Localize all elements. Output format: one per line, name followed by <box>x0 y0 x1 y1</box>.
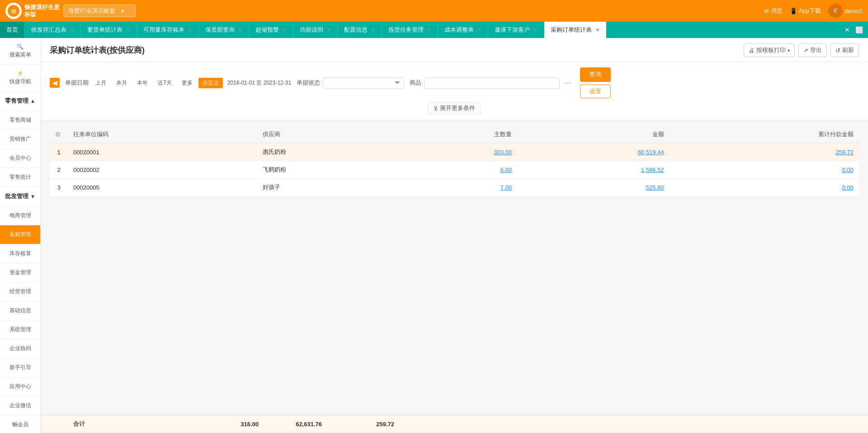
filter-status: 单据状态 <box>297 77 404 89</box>
tab-close-available-stock[interactable]: ✕ <box>188 27 192 33</box>
cell-amount[interactable]: 525.80 <box>517 179 670 196</box>
nav-tabs: 首页 收发存汇总表 ✕ 要货单统计表 ✕ 可用量库存账本 ✕ 保质期查询 ✕ 超… <box>0 22 868 38</box>
tab-close-receive[interactable]: ✕ <box>70 27 74 33</box>
cell-supplier: 飞鹤奶粉 <box>257 161 398 179</box>
cell-seq: 3 <box>50 179 68 196</box>
print-icon: 🖨 <box>749 47 755 54</box>
date-shortcut-this-year[interactable]: 本年 <box>133 78 152 88</box>
sidebar: 🔍 搜索英单 ⚡ 快捷导航 零售管理 ▲ 零售商城 营销推广 会员中心 零售统计… <box>0 38 41 433</box>
date-shortcut-last-month[interactable]: 上月 <box>91 78 110 88</box>
tab-close-purchase-stat[interactable]: ✕ <box>595 27 599 33</box>
tab-pick-task[interactable]: 拣货任务管理 ✕ <box>382 22 438 38</box>
tab-invite-downstream[interactable]: 邀请下游客户 ✕ <box>488 22 544 38</box>
sidebar-item-retail-store[interactable]: 零售商城 <box>0 111 40 130</box>
date-shortcut-more[interactable]: 更多 <box>178 78 197 88</box>
table-footer: 合计 316.00 62,631.76 259.72 <box>41 414 868 433</box>
app-download-btn[interactable]: 📱 App下载 <box>790 7 821 15</box>
tab-receive[interactable]: 收发存汇总表 ✕ <box>25 22 81 38</box>
cell-amount[interactable]: 60,519.44 <box>517 143 670 161</box>
expand-more-btn[interactable]: ⊻ 展开更多条件 <box>428 102 481 114</box>
table-row: 2 00020002 飞鹤奶粉 6.00 1,586.52 0.00 <box>50 161 859 179</box>
date-shortcut-custom[interactable]: 自定义 <box>198 78 223 88</box>
cell-qty[interactable]: 303.00 <box>399 143 517 161</box>
page-title: 采购订单统计表(按供应商) <box>50 45 145 60</box>
goods-input[interactable] <box>424 77 560 89</box>
sidebar-item-finance[interactable]: 资金管理 <box>0 263 40 282</box>
svg-text:好: 好 <box>11 9 17 14</box>
toggle-expand-button[interactable]: ◀ <box>50 78 60 88</box>
refresh-button[interactable]: ↺ 刷新 <box>830 43 859 57</box>
tab-config[interactable]: 配置信息 ✕ <box>338 22 382 38</box>
refresh-icon: ↺ <box>835 47 840 54</box>
cell-paid-amount[interactable]: 0.00 <box>670 161 859 179</box>
tab-close-cost-adjust[interactable]: ✕ <box>477 27 481 33</box>
tab-function-desc[interactable]: 功能说明 ✕ <box>293 22 338 38</box>
date-shortcut-this-month[interactable]: 本月 <box>112 78 131 88</box>
sidebar-item-basic-info[interactable]: 基础信息 <box>0 301 40 320</box>
tab-home[interactable]: 首页 <box>0 22 25 38</box>
sidebar-item-retail-stat[interactable]: 零售统计 <box>0 168 40 187</box>
tab-close-overstock[interactable]: ✕ <box>283 27 287 33</box>
cell-qty[interactable]: 6.00 <box>399 161 517 179</box>
export-button[interactable]: ↗ 导出 <box>798 43 827 57</box>
table-container: ⚙ 往来单位编码 供应商 主数量 金额 累计付款金额 1 00020001 惠氏… <box>41 120 868 414</box>
nav-end-buttons: ✕ ⬜ <box>838 22 868 38</box>
filter-goods: 商品 ··· <box>410 77 571 89</box>
setting-button[interactable]: 设置 <box>580 85 611 98</box>
sidebar-item-retail[interactable]: 零售管理 ▲ <box>0 91 40 111</box>
nav-icon: ⚡ <box>17 70 24 76</box>
tab-close-order-stat[interactable]: ✕ <box>126 27 130 33</box>
tab-overstock[interactable]: 超储预警 ✕ <box>249 22 293 38</box>
sidebar-item-marketing[interactable]: 营销推广 <box>0 130 40 149</box>
tab-cost-adjust[interactable]: 成本调整单 ✕ <box>438 22 488 38</box>
sidebar-item-vip[interactable]: 畅会员 <box>0 415 40 433</box>
cell-seq: 2 <box>50 161 68 179</box>
cell-unit-code: 00020005 <box>68 179 257 196</box>
tab-close-freshness[interactable]: ✕ <box>238 27 242 33</box>
cell-paid-amount[interactable]: 259.72 <box>670 143 859 161</box>
sidebar-item-operations[interactable]: 经营管理 <box>0 282 40 301</box>
sidebar-item-search[interactable]: 🔍 搜索英单 <box>0 38 40 65</box>
workspace-selector[interactable]: 母婴行业演示账套 ▾ <box>63 5 136 17</box>
user-avatar[interactable]: E demo2 <box>828 4 863 18</box>
message-btn[interactable]: ✉ 消息 <box>764 7 783 15</box>
logo-icon: 好 <box>5 3 22 19</box>
main-layout: 🔍 搜索英单 ⚡ 快捷导航 零售管理 ▲ 零售商城 营销推广 会员中心 零售统计… <box>0 38 868 433</box>
th-qty: 主数量 <box>399 126 517 143</box>
goods-more-btn[interactable]: ··· <box>564 78 571 88</box>
sidebar-item-inventory[interactable]: 库存核算 <box>0 244 40 263</box>
filter-date: 单据日期 上月 本月 本年 近7天 更多 自定义 2016-01-01 至 20… <box>65 78 291 88</box>
cell-unit-code: 00020002 <box>68 161 257 179</box>
sidebar-item-wholesale[interactable]: 批发管理 ▼ <box>0 187 40 206</box>
tab-close-pick-task[interactable]: ✕ <box>427 27 431 33</box>
sidebar-item-member[interactable]: 会员中心 <box>0 149 40 168</box>
sidebar-item-purchase[interactable]: 采购管理 <box>0 225 40 244</box>
nav-maximize-btn[interactable]: ⬜ <box>854 24 864 35</box>
cell-paid-amount[interactable]: 0.00 <box>670 179 859 196</box>
sidebar-item-ecommerce[interactable]: 电商管理 <box>0 206 40 225</box>
cell-amount[interactable]: 1,586.52 <box>517 161 670 179</box>
nav-close-btn[interactable]: ✕ <box>842 24 853 35</box>
tab-close-config[interactable]: ✕ <box>371 27 375 33</box>
sidebar-item-app-center[interactable]: 应用中心 <box>0 377 40 396</box>
status-select[interactable] <box>323 77 404 89</box>
sidebar-item-enterprise-wechat[interactable]: 企业微信 <box>0 396 40 415</box>
cell-qty[interactable]: 7.00 <box>399 179 517 196</box>
cell-supplier: 惠氏奶粉 <box>257 143 398 161</box>
sidebar-item-enterprise[interactable]: 企业协同 <box>0 339 40 358</box>
footer-paid-amount: 259.72 <box>358 421 394 428</box>
tab-close-function-desc[interactable]: ✕ <box>327 27 331 33</box>
tab-purchase-stat[interactable]: 采购订单统计表 ✕ <box>544 22 606 38</box>
date-shortcut-7days[interactable]: 近7天 <box>154 78 176 88</box>
query-button[interactable]: 查询 <box>580 67 611 82</box>
gear-icon[interactable]: ⚙ <box>55 131 61 138</box>
sidebar-item-system[interactable]: 系统管理 <box>0 320 40 339</box>
sidebar-item-guide[interactable]: 新手引导 <box>0 358 40 377</box>
th-amount: 金额 <box>517 126 670 143</box>
tab-available-stock[interactable]: 可用量库存账本 ✕ <box>137 22 199 38</box>
tab-order-stat[interactable]: 要货单统计表 ✕ <box>81 22 137 38</box>
print-button[interactable]: 🖨 按模板打印 ▾ <box>744 43 795 57</box>
tab-close-invite-downstream[interactable]: ✕ <box>533 27 538 33</box>
tab-freshness[interactable]: 保质期查询 ✕ <box>199 22 249 38</box>
sidebar-item-quick-nav[interactable]: ⚡ 快捷导航 <box>0 65 40 91</box>
